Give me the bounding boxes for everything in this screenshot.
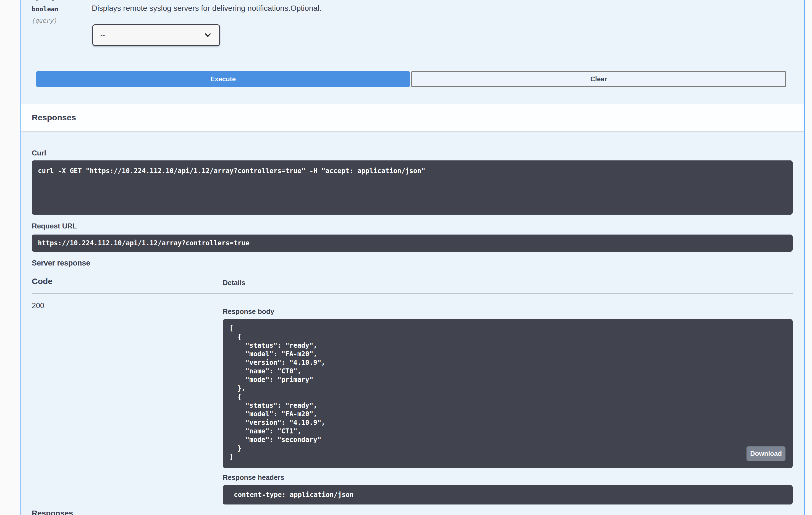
parameter-description: Displays remote syslog servers for deliv… (92, 4, 321, 13)
parameter-type: boolean (32, 5, 59, 13)
curl-label: Curl (32, 149, 46, 157)
response-body-label: Response body (223, 307, 274, 316)
request-url-text: https://10.224.112.10/api/1.12/array?con… (38, 239, 250, 247)
responses-title: Responses (32, 113, 76, 122)
execute-button[interactable]: Execute (36, 71, 410, 87)
documentation-responses-title: Responses (32, 509, 73, 515)
parameter-value-select[interactable]: -- (92, 24, 220, 46)
response-headers-text: content-type: application/json (234, 491, 353, 499)
curl-command-text: curl -X GET "https://10.224.112.10/api/1… (32, 160, 793, 182)
curl-command-block: curl -X GET "https://10.224.112.10/api/1… (32, 160, 793, 215)
response-body-json: [ { "status": "ready", "model": "FA-m20"… (223, 319, 793, 466)
response-headers-block: content-type: application/json (223, 485, 793, 505)
request-url-label: Request URL (32, 222, 77, 231)
status-code: 200 (32, 301, 44, 310)
details-column-header: Details (223, 279, 245, 287)
download-button[interactable]: Download (747, 446, 785, 461)
response-body-block: [ { "status": "ready", "model": "FA-m20"… (223, 319, 793, 468)
parameter-name: syslogserver (32, 0, 78, 1)
code-column-header: Code (32, 277, 53, 286)
responses-section-header: Responses (21, 104, 804, 131)
swagger-operation-block: syslogserver boolean (query) Displays re… (0, 0, 812, 515)
server-response-label: Server response (32, 259, 90, 268)
table-header-divider (32, 293, 793, 294)
selected-option-label: -- (100, 31, 105, 39)
clear-button[interactable]: Clear (411, 71, 786, 87)
response-headers-label: Response headers (223, 473, 284, 482)
request-url-block: https://10.224.112.10/api/1.12/array?con… (32, 235, 793, 252)
parameter-location: (query) (32, 17, 57, 24)
chevron-down-icon (204, 31, 212, 39)
